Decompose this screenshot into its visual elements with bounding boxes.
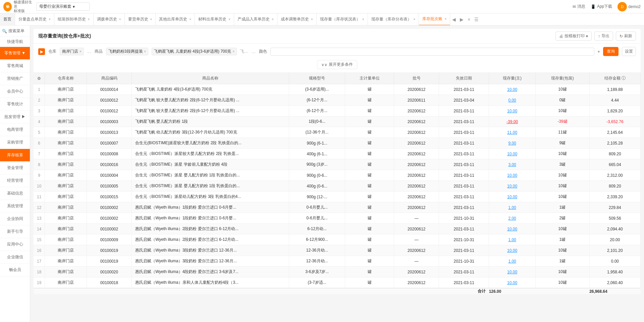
- row-num: 10: [34, 181, 45, 192]
- sidebar-item-wechat[interactable]: 企业微信: [0, 251, 30, 264]
- message-btn[interactable]: ✉ 消息: [573, 4, 585, 9]
- row-stock-main[interactable]: 10.00: [489, 267, 536, 277]
- row-spec: 6-12月900...: [289, 234, 345, 245]
- tab-chanchengpin[interactable]: 产成品入库单历史 ×: [234, 13, 277, 25]
- account-selector[interactable]: 母婴行业演示账套 ▾: [36, 2, 90, 11]
- table-row: 5 南岸门店 00100013 飞鹤星飞帆 幼儿配方奶粉 3段(12-36个月幼…: [34, 127, 641, 138]
- sidebar-item-retail-stats[interactable]: 零售统计: [0, 98, 30, 111]
- expand-filter-btn[interactable]: ▶: [38, 48, 45, 55]
- warehouse-more[interactable]: …: [87, 49, 91, 54]
- sidebar-item-wholesale[interactable]: 批发管理 ▶: [0, 111, 30, 123]
- row-stock-main[interactable]: 10.00: [489, 84, 536, 95]
- color-dropdown-icon[interactable]: ▾: [598, 49, 600, 54]
- sidebar-item-business[interactable]: 经营管理: [0, 174, 30, 187]
- row-stock-main[interactable]: 1.00: [489, 234, 536, 245]
- tab-close-icon[interactable]: ×: [228, 17, 230, 21]
- tab-close-all-btn[interactable]: ×: [466, 17, 472, 22]
- sidebar-item-inventory[interactable]: 库存核算: [0, 149, 30, 162]
- row-stock-main[interactable]: -39.00: [489, 116, 536, 127]
- product-tag1-close[interactable]: ×: [144, 50, 146, 53]
- sidebar-item-ecommerce[interactable]: 电商管理: [0, 123, 30, 136]
- row-unit: 罐: [345, 106, 394, 116]
- refresh-btn[interactable]: ↻ 刷新: [616, 32, 636, 41]
- tab-close-icon[interactable]: ×: [362, 17, 364, 21]
- row-stock-main[interactable]: 9.00: [489, 138, 536, 149]
- tab-qitachuku[interactable]: 其他出库单历史 ×: [156, 13, 195, 25]
- product-more[interactable]: 飞…: [240, 49, 248, 54]
- tab-close-icon[interactable]: ×: [189, 17, 191, 21]
- row-stock-main[interactable]: 11.00: [489, 127, 536, 138]
- tab-kucunpici[interactable]: 库存批次账 ×: [419, 13, 450, 25]
- sidebar-item-member[interactable]: 会员中心: [0, 85, 30, 98]
- product-more2[interactable]: …: [252, 49, 256, 54]
- tab-zuzhangchaijian[interactable]: 组装拆卸单历史 ×: [54, 13, 94, 25]
- row-stock-main[interactable]: 10.00: [489, 181, 536, 192]
- row-name: 合生元（BIOSTIME）派星 婴儿配方奶粉 1段 乳铁蛋白的...: [132, 170, 289, 181]
- row-stock-main[interactable]: 10.00: [489, 245, 536, 256]
- row-stock-main[interactable]: 0.00: [489, 95, 536, 106]
- row-batch: 20200612: [394, 277, 439, 288]
- product-tag2-close[interactable]: ×: [232, 50, 234, 53]
- sidebar-quicknav[interactable]: 快捷导航: [0, 37, 30, 47]
- tab-close-icon[interactable]: ×: [150, 17, 152, 21]
- tab-next-btn[interactable]: ▶: [458, 17, 466, 22]
- row-stock-main[interactable]: 10.00: [489, 170, 536, 181]
- sidebar-item-marketing[interactable]: 营销推广: [0, 72, 30, 85]
- row-stock-main[interactable]: 1.00: [489, 256, 536, 267]
- row-amount: 2,060.40: [589, 277, 640, 288]
- setting-btn[interactable]: 设置: [622, 47, 636, 56]
- tab-close-icon[interactable]: ×: [272, 17, 274, 21]
- table-row: 7 南岸门店 00100008 合生元（BIOSTIME）派星较大婴儿配方奶粉 …: [34, 149, 641, 159]
- expand-more-btn[interactable]: ∨∨ 展开更多条件: [317, 60, 357, 69]
- row-name: 合生元(BIOSTIME)派星较大婴儿配方奶粉 2段 乳铁蛋白的...: [132, 138, 289, 149]
- sidebar-item-guide[interactable]: 新手引导: [0, 225, 30, 238]
- sidebar-item-purchase[interactable]: 采购管理: [0, 136, 30, 149]
- row-stock-main[interactable]: 10.00: [489, 224, 536, 234]
- tab-menu-btn[interactable]: ☰: [472, 17, 481, 22]
- sidebar-item-basic[interactable]: 基础信息: [0, 187, 30, 200]
- sidebar-item-finance[interactable]: 资金管理: [0, 162, 30, 174]
- row-stock-main[interactable]: 3.00: [489, 159, 536, 170]
- sidebar-item-member2[interactable]: 畅会员: [0, 264, 30, 276]
- user-avatar-btn[interactable]: D demo2: [618, 2, 641, 11]
- tab-prev-btn[interactable]: ◀: [450, 17, 458, 22]
- sidebar-item-retail-mgmt[interactable]: 零售管理 ▼: [0, 47, 30, 60]
- tab-close-icon[interactable]: ×: [119, 17, 121, 21]
- row-stock-main[interactable]: 2.00: [489, 213, 536, 224]
- row-unit: 罐: [345, 159, 394, 170]
- sidebar-item-enterprise[interactable]: 企业协同: [0, 213, 30, 225]
- row-stock-main[interactable]: 10.00: [489, 149, 536, 159]
- row-stock-main[interactable]: 10.00: [489, 192, 536, 202]
- tab-diaobodanhistory[interactable]: 调拨单历史 ×: [94, 13, 125, 25]
- row-stock-pkg: 1罐: [536, 234, 590, 245]
- color-input[interactable]: [270, 48, 594, 56]
- tab-yaohuo[interactable]: 要货单历史 ×: [125, 13, 156, 25]
- row-unit: 罐: [345, 116, 394, 127]
- row-code: 00100008: [87, 149, 131, 159]
- row-stock-main[interactable]: 1.00: [489, 202, 536, 213]
- tab-chenben[interactable]: 成本调整单历史 ×: [277, 13, 317, 25]
- sidebar-search[interactable]: 🔍 搜索菜单: [0, 25, 30, 37]
- tab-close-icon[interactable]: ×: [311, 17, 313, 21]
- tab-close-icon[interactable]: ×: [444, 17, 446, 21]
- print-btn[interactable]: 🖨 按模板打印 ▾: [555, 32, 592, 41]
- tab-fenliangpandian[interactable]: 分量盘点单历史 ×: [15, 13, 54, 25]
- tab-cailiaochu[interactable]: 材料出库单历史 ×: [195, 13, 234, 25]
- row-stock-main[interactable]: 10.00: [489, 106, 536, 116]
- tab-home[interactable]: 首页: [0, 13, 15, 25]
- tab-xiancunliang1[interactable]: 现存量（库存状况表） ×: [317, 13, 368, 25]
- tab-xiancunliang2[interactable]: 现存量（库存分布表） ×: [368, 13, 419, 25]
- tab-close-icon[interactable]: ×: [414, 17, 416, 21]
- app-download-btn[interactable]: 📱 App下载: [591, 4, 612, 9]
- tab-close-icon[interactable]: ×: [88, 17, 90, 21]
- row-expire: 2021-03-11: [439, 202, 489, 213]
- warehouse-tag-close[interactable]: ×: [79, 50, 82, 53]
- sidebar-item-apps[interactable]: 应用中心: [0, 238, 30, 251]
- sidebar-item-retail-mall[interactable]: 零售商城: [0, 60, 30, 72]
- row-expire: 2021-03-11: [439, 245, 489, 256]
- sidebar-item-system[interactable]: 系统管理: [0, 200, 30, 213]
- row-stock-main[interactable]: 10.00: [489, 277, 536, 288]
- tab-close-icon[interactable]: ×: [49, 17, 51, 21]
- query-btn[interactable]: 查询: [603, 47, 619, 56]
- export-btn[interactable]: ↑ 导出: [594, 32, 613, 41]
